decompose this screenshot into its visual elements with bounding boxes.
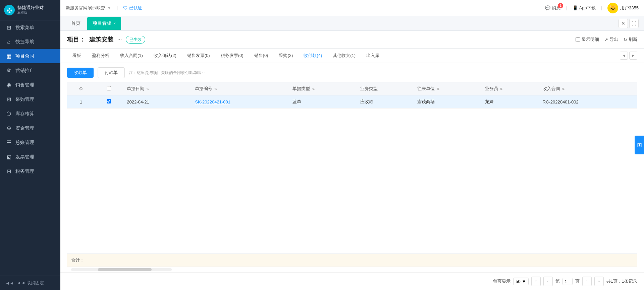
th-partner-label: 往来单位 [417,86,435,91]
sidebar-item-purchase-mgmt[interactable]: ⊠ 采购管理 [0,92,60,106]
payment-btn[interactable]: 付款单 [98,67,125,78]
th-settings[interactable]: ⚙ [67,82,95,95]
th-date-label: 单据日期 [127,86,144,91]
user-menu[interactable]: 🐱 用户3355 [607,3,639,13]
search-icon: ⊟ [5,24,12,31]
sidebar-item-tax-mgmt[interactable]: ⊞ 税务管理 [0,164,60,178]
sub-nav: 看板 盈利分析 收入合同(1) 收入确认(2) 销售发票(0) 税务发票(0) [60,49,644,63]
app-download-button[interactable]: 📱 App下载 [573,5,596,11]
th-number[interactable]: 单据编号 ⇅ [191,82,288,95]
cancel-pin-button[interactable]: ◄◄ ◄◄ 取消固定 [0,276,60,290]
row-checkbox[interactable] [107,99,111,103]
logo-text: 畅捷通好业财 标准版 [17,5,44,15]
row-biz-type: 应收款 [356,95,414,108]
project-more-btn[interactable]: ··· [117,37,122,43]
sidebar-item-label: 快捷导航 [15,39,34,45]
sub-nav-income-contract-label: 收入合同(1) [120,53,143,58]
row-number[interactable]: SK-20220421-001 [191,95,288,108]
sub-nav-in-out-label: 出入库 [366,53,379,58]
sub-nav-sales[interactable]: 销售(0) [249,49,274,63]
row-checkbox-cell[interactable] [95,95,123,108]
refresh-button[interactable]: ↻ 刷新 [624,37,637,43]
th-partner[interactable]: 往来单位 ⇅ [413,82,481,95]
sub-nav-prev-btn[interactable]: ◄ [620,52,628,60]
float-action-btn[interactable]: ⊞ [635,136,644,154]
sub-nav-profit[interactable]: 盈利分析 [87,49,115,63]
tab-close-icon[interactable]: × [113,21,116,26]
table-row[interactable]: 1 2022-04-21 SK-20220421-001 蓝单 应收款 [67,95,637,108]
sub-nav-other-income[interactable]: 其他收支(1) [327,49,361,63]
th-salesman[interactable]: 业务员 ⇅ [481,82,539,95]
column-settings-icon[interactable]: ⚙ [79,86,83,91]
sub-nav-receipts[interactable]: 收付款(4) [298,49,327,63]
fake-scrollbar[interactable] [71,268,172,271]
th-biz-type-label: 业务类型 [360,86,378,91]
total-info: 共1页，1条记录 [606,278,637,284]
sub-nav-other-income-label: 其他收支(1) [333,53,356,58]
table-scroll[interactable]: ⚙ 单据日期 ⇅ 单据编号 [67,82,637,253]
phone-icon: 📱 [573,5,578,10]
prev-page-btn[interactable]: ‹ [543,277,553,286]
sidebar-item-search[interactable]: ⊟ 搜索菜单 [0,20,60,35]
select-all-checkbox[interactable] [107,86,111,90]
sub-nav-purchase[interactable]: 采购(2) [273,49,298,63]
sub-nav-in-out[interactable]: 出入库 [361,49,385,63]
sort-number-icon: ⇅ [214,87,217,91]
topbar-right: 💬 消息 1 | 📱 App下载 | 🐱 用户3355 [545,3,639,13]
tab-close-window-btn[interactable]: ✕ [619,19,628,28]
sub-nav-sales-invoice[interactable]: 销售发票(0) [182,49,215,63]
sidebar-item-label: 发票管理 [15,154,34,160]
last-page-btn[interactable]: » [594,277,604,286]
sub-nav-income-confirm[interactable]: 收入确认(2) [148,49,182,63]
first-page-btn[interactable]: « [531,277,541,286]
row-partner: 宏茂商场 [413,95,481,108]
sidebar-scroll: ⊟ 搜索菜单 ⌂ 快捷导航 ▦ 项目合同 ♛ 营销推广 ◉ 销售管理 ⊠ 采购管… [0,20,60,276]
th-income-contract[interactable]: 收入合同 ⇅ [539,82,637,95]
sub-nav-sales-label: 销售(0) [254,53,268,58]
sub-nav-next-btn[interactable]: ► [629,52,637,60]
sub-nav-profit-label: 盈利分析 [92,53,109,58]
tab-expand-btn[interactable]: ⛶ [629,19,639,28]
messages-button[interactable]: 💬 消息 1 [545,5,560,11]
show-detail-checkbox[interactable] [576,37,580,42]
inventory-icon: ⬡ [5,111,12,117]
show-detail-toggle[interactable]: 显示明细 [576,37,599,43]
topbar-sep1: | [566,5,567,10]
next-page-btn[interactable]: › [582,277,592,286]
cancel-pin-label: ◄◄ 取消固定 [17,280,44,286]
sidebar: ◎ 畅捷通好业财 标准版 ⊟ 搜索菜单 ⌂ 快捷导航 ▦ 项目合同 ♛ 营销推广… [0,0,60,290]
sidebar-item-marketing[interactable]: ♛ 营销推广 [0,63,60,78]
tab-project-board-label: 项目看板 [93,20,111,26]
export-button[interactable]: ↗ 导出 [604,37,618,43]
sidebar-item-invoice-mgmt[interactable]: ⬕ 发票管理 [0,150,60,164]
sidebar-item-ledger-mgmt[interactable]: ☰ 总账管理 [0,135,60,150]
topbar-sep2: | [601,5,602,10]
tab-project-board[interactable]: 项目看板 × [87,17,121,30]
sub-nav-receipts-label: 收付款(4) [304,53,322,58]
page-number[interactable]: 1 [562,278,573,285]
row-number-link[interactable]: SK-20220421-001 [195,99,230,104]
sidebar-item-quick-nav[interactable]: ⌂ 快捷导航 [0,35,60,49]
th-date[interactable]: 单据日期 ⇅ [123,82,191,95]
row-date: 2022-04-21 [123,95,191,108]
sub-nav-tax-invoice[interactable]: 税务发票(0) [215,49,249,63]
row-salesman: 龙妹 [481,95,539,108]
per-page-select[interactable]: 50 ▼ [513,278,528,285]
sidebar-item-project-contract[interactable]: ▦ 项目合同 [0,49,60,63]
tab-home-label: 首页 [71,20,80,26]
sidebar-item-sales-mgmt[interactable]: ◉ 销售管理 [0,78,60,92]
sub-nav-board[interactable]: 看板 [67,49,87,63]
sidebar-item-fund-mgmt[interactable]: ⊕ 资金管理 [0,121,60,135]
receipt-switcher: 收款单 付款单 注：这里是与项目关联的全部收付款单哦～ [67,63,637,82]
sidebar-item-label: 项目合同 [15,53,34,59]
tab-home[interactable]: 首页 [66,17,86,30]
row-type: 蓝单 [288,95,356,108]
account-selector[interactable]: 新服务官网演示账套 ▼ [66,5,111,11]
sub-nav-income-contract[interactable]: 收入合同(1) [115,49,148,63]
message-icon: 💬 [545,5,550,10]
sort-date-icon: ⇅ [146,87,149,91]
sort-income-contract-icon: ⇅ [562,87,565,91]
sidebar-item-inventory[interactable]: ⬡ 库存核算 [0,106,60,121]
th-type[interactable]: 单据类型 ⇅ [288,82,356,95]
receipt-btn[interactable]: 收款单 [67,68,94,78]
